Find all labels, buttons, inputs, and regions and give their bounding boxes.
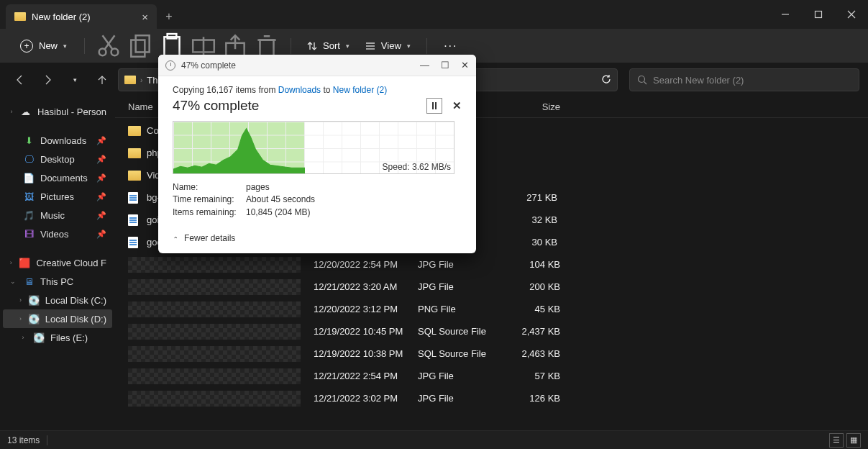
speed-graph: Speed: 3.62 MB/s bbox=[173, 121, 454, 174]
svg-point-4 bbox=[99, 48, 106, 55]
pause-button[interactable] bbox=[426, 98, 442, 114]
view-icon bbox=[365, 41, 375, 51]
thumbnails-view-icon[interactable]: ▦ bbox=[846, 433, 861, 448]
copy-dialog: 47% complete — ☐ ✕ Copying 16,167 items … bbox=[158, 55, 476, 253]
search-input[interactable] bbox=[653, 75, 851, 86]
search-icon bbox=[637, 75, 647, 85]
table-row[interactable]: 12/21/2022 3:02 PMJPG File126 KB bbox=[115, 387, 868, 409]
folder-icon bbox=[128, 171, 141, 181]
svg-rect-8 bbox=[131, 40, 145, 56]
status-item-count: 13 items bbox=[7, 435, 40, 445]
table-row[interactable]: 12/21/2022 3:20 AMJPG File200 KB bbox=[115, 276, 868, 298]
pin-icon: 📌 bbox=[96, 136, 106, 145]
time-remaining: About 45 seconds bbox=[246, 194, 315, 204]
sidebar-item-creative-cloud[interactable]: ›🟥Creative Cloud F bbox=[3, 253, 112, 272]
forward-button[interactable] bbox=[36, 68, 59, 91]
svg-rect-10 bbox=[164, 37, 179, 56]
pin-icon: 📌 bbox=[96, 211, 106, 220]
sidebar-item-diskd[interactable]: ›💽Local Disk (D:) bbox=[3, 309, 112, 328]
svg-rect-9 bbox=[136, 35, 150, 52]
copy-dest-link[interactable]: New folder (2) bbox=[333, 85, 387, 95]
maximize-button[interactable] bbox=[802, 0, 835, 29]
svg-point-25 bbox=[639, 76, 645, 83]
dialog-close-icon[interactable]: ✕ bbox=[461, 60, 469, 71]
download-icon: ⬇ bbox=[23, 135, 35, 146]
titlebar: New folder (2) × + bbox=[0, 0, 868, 29]
redacted-name bbox=[128, 346, 301, 362]
folder-icon bbox=[128, 126, 141, 136]
table-row[interactable]: 12/20/2022 2:54 PMJPG File104 KB bbox=[115, 253, 868, 276]
sidebar-item-documents[interactable]: 📄Documents📌 bbox=[3, 168, 112, 187]
copy-summary: Copying 16,167 items from Downloads to N… bbox=[173, 85, 462, 95]
desktop-icon: 🖵 bbox=[23, 153, 35, 165]
sidebar-item-pictures[interactable]: 🖼Pictures📌 bbox=[3, 187, 112, 206]
redacted-name bbox=[128, 279, 301, 295]
view-button[interactable]: View ▾ bbox=[360, 40, 416, 51]
sidebar-item-videos[interactable]: 🎞Videos📌 bbox=[3, 224, 112, 243]
table-row[interactable]: 12/20/2022 3:12 PMPNG File45 KB bbox=[115, 298, 868, 320]
cut-icon[interactable] bbox=[95, 35, 122, 58]
details-view-icon[interactable]: ☰ bbox=[829, 433, 844, 448]
sort-label: Sort bbox=[323, 40, 340, 51]
disk-icon: 💽 bbox=[28, 294, 40, 306]
dialog-titlebar[interactable]: 47% complete — ☐ ✕ bbox=[158, 55, 476, 76]
sidebar-item-diskc[interactable]: ›💽Local Disk (C:) bbox=[3, 291, 112, 309]
delete-icon[interactable] bbox=[253, 35, 280, 58]
recent-button[interactable]: ▾ bbox=[63, 68, 86, 91]
tab-active[interactable]: New folder (2) × bbox=[6, 4, 157, 29]
cancel-button[interactable]: ✕ bbox=[452, 99, 462, 112]
sort-icon bbox=[307, 41, 317, 51]
table-row[interactable]: 12/19/2022 10:38 PMSQL Source File2,463 … bbox=[115, 343, 868, 365]
svg-rect-16 bbox=[260, 40, 274, 56]
col-size[interactable]: Size bbox=[503, 101, 560, 112]
tab-title: New folder (2) bbox=[32, 12, 91, 22]
dialog-maximize-icon[interactable]: ☐ bbox=[441, 60, 449, 71]
rename-icon[interactable] bbox=[190, 35, 217, 58]
table-row[interactable]: 12/21/2022 2:54 PMJPG File57 KB bbox=[115, 365, 868, 387]
back-button[interactable] bbox=[9, 68, 32, 91]
chevron-down-icon: ▾ bbox=[407, 42, 411, 50]
minimize-button[interactable] bbox=[769, 0, 802, 29]
fewer-details-button[interactable]: ⌄Fewer details bbox=[158, 226, 476, 253]
dialog-minimize-icon[interactable]: — bbox=[420, 60, 429, 71]
refresh-button[interactable] bbox=[601, 74, 611, 86]
svg-rect-1 bbox=[816, 12, 822, 18]
sidebar-item-thispc[interactable]: ⌄🖥This PC bbox=[3, 272, 112, 291]
new-button[interactable]: + New ▾ bbox=[13, 37, 74, 55]
folder-icon bbox=[124, 76, 136, 84]
disk-icon: 💽 bbox=[28, 313, 40, 325]
progress-percent: 47% complete bbox=[173, 98, 259, 114]
sidebar-item-music[interactable]: 🎵Music📌 bbox=[3, 206, 112, 224]
redacted-name bbox=[128, 368, 301, 384]
close-button[interactable] bbox=[835, 0, 868, 29]
chevron-down-icon: ▾ bbox=[346, 42, 350, 50]
dialog-title: 47% complete bbox=[181, 60, 236, 71]
tab-close-icon[interactable]: × bbox=[142, 11, 148, 23]
music-icon: 🎵 bbox=[23, 209, 35, 221]
search-box[interactable] bbox=[629, 68, 859, 91]
sidebar-item-filese[interactable]: ›💽Files (E:) bbox=[3, 328, 112, 347]
new-label: New bbox=[39, 40, 58, 51]
sidebar-item-downloads[interactable]: ⬇Downloads📌 bbox=[3, 131, 112, 150]
videos-icon: 🎞 bbox=[23, 228, 35, 240]
folder-icon bbox=[14, 12, 26, 21]
share-icon[interactable] bbox=[221, 35, 249, 58]
paste-icon[interactable] bbox=[158, 35, 186, 58]
sort-button[interactable]: Sort ▾ bbox=[301, 40, 355, 51]
copy-icon[interactable] bbox=[127, 35, 154, 58]
chevron-right-icon: › bbox=[140, 76, 142, 84]
new-tab-button[interactable]: + bbox=[157, 4, 181, 29]
view-label: View bbox=[381, 40, 401, 51]
up-button[interactable] bbox=[91, 68, 114, 91]
more-button[interactable]: ··· bbox=[437, 35, 465, 58]
sidebar-item-desktop[interactable]: 🖵Desktop📌 bbox=[3, 150, 112, 168]
redacted-name bbox=[128, 257, 301, 273]
svg-line-26 bbox=[644, 82, 647, 85]
speed-value: 3.62 MB/s bbox=[412, 162, 451, 172]
sidebar-item-personal[interactable]: ›☁Hasibul - Person bbox=[3, 102, 112, 121]
table-row[interactable]: 12/19/2022 10:45 PMSQL Source File2,437 … bbox=[115, 320, 868, 343]
sidebar: ›☁Hasibul - Person ⬇Downloads📌 🖵Desktop📌… bbox=[0, 96, 115, 430]
copy-source-link[interactable]: Downloads bbox=[278, 85, 321, 95]
svg-line-6 bbox=[105, 35, 115, 49]
cc-icon: 🟥 bbox=[19, 257, 30, 268]
